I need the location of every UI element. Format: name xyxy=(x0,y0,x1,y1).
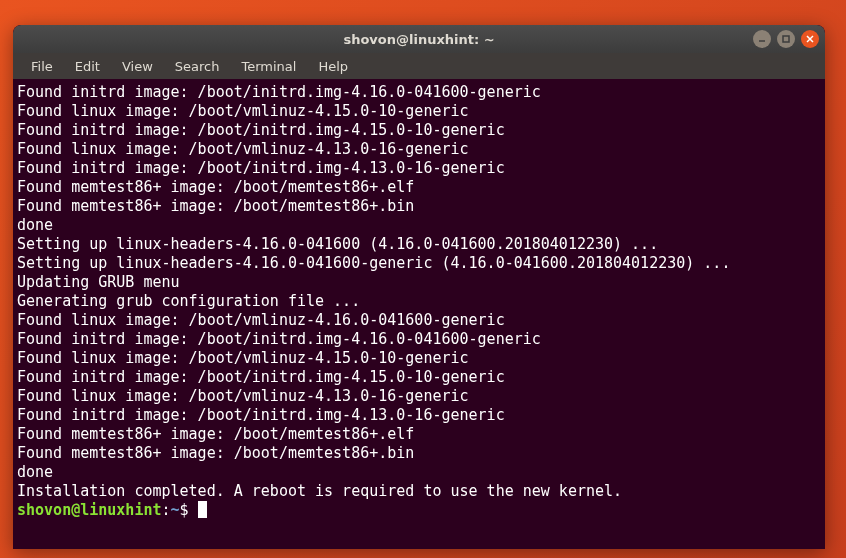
output-line: Setting up linux-headers-4.16.0-041600 (… xyxy=(17,235,821,254)
prompt-line: shovon@linuxhint:~$ xyxy=(17,501,821,520)
titlebar[interactable]: shovon@linuxhint: ~ xyxy=(13,25,825,53)
output-line: Found linux image: /boot/vmlinuz-4.13.0-… xyxy=(17,140,821,159)
output-line: Found initrd image: /boot/initrd.img-4.1… xyxy=(17,121,821,140)
terminal-window: shovon@linuxhint: ~ File Edit View Searc… xyxy=(13,25,825,549)
window-controls xyxy=(753,30,819,48)
output-line: Found initrd image: /boot/initrd.img-4.1… xyxy=(17,159,821,178)
output-line: Found memtest86+ image: /boot/memtest86+… xyxy=(17,197,821,216)
output-line: Found initrd image: /boot/initrd.img-4.1… xyxy=(17,330,821,349)
menu-terminal[interactable]: Terminal xyxy=(231,55,306,78)
close-button[interactable] xyxy=(801,30,819,48)
close-icon xyxy=(806,35,814,43)
output-line: Found initrd image: /boot/initrd.img-4.1… xyxy=(17,368,821,387)
output-line: Found initrd image: /boot/initrd.img-4.1… xyxy=(17,83,821,102)
prompt-path: ~ xyxy=(171,501,180,519)
output-line: Installation completed. A reboot is requ… xyxy=(17,482,821,501)
menu-edit[interactable]: Edit xyxy=(65,55,110,78)
menu-search[interactable]: Search xyxy=(165,55,230,78)
maximize-icon xyxy=(782,35,790,43)
output-line: Found linux image: /boot/vmlinuz-4.15.0-… xyxy=(17,102,821,121)
output-line: Found initrd image: /boot/initrd.img-4.1… xyxy=(17,406,821,425)
output-line: Found linux image: /boot/vmlinuz-4.13.0-… xyxy=(17,387,821,406)
output-line: Found memtest86+ image: /boot/memtest86+… xyxy=(17,444,821,463)
cursor xyxy=(198,501,207,518)
minimize-icon xyxy=(758,35,766,43)
prompt-colon: : xyxy=(162,501,171,519)
maximize-button[interactable] xyxy=(777,30,795,48)
output-line: Generating grub configuration file ... xyxy=(17,292,821,311)
prompt-user-host: shovon@linuxhint xyxy=(17,501,162,519)
menu-file[interactable]: File xyxy=(21,55,63,78)
output-line: done xyxy=(17,463,821,482)
window-title: shovon@linuxhint: ~ xyxy=(343,32,494,47)
menu-help[interactable]: Help xyxy=(308,55,358,78)
output-line: done xyxy=(17,216,821,235)
output-line: Found linux image: /boot/vmlinuz-4.15.0-… xyxy=(17,349,821,368)
terminal-body[interactable]: Found initrd image: /boot/initrd.img-4.1… xyxy=(13,79,825,549)
menu-view[interactable]: View xyxy=(112,55,163,78)
minimize-button[interactable] xyxy=(753,30,771,48)
menubar: File Edit View Search Terminal Help xyxy=(13,53,825,79)
output-line: Setting up linux-headers-4.16.0-041600-g… xyxy=(17,254,821,273)
svg-rect-1 xyxy=(783,36,789,42)
output-line: Updating GRUB menu xyxy=(17,273,821,292)
output-line: Found memtest86+ image: /boot/memtest86+… xyxy=(17,425,821,444)
prompt-dollar: $ xyxy=(180,501,198,519)
output-line: Found linux image: /boot/vmlinuz-4.16.0-… xyxy=(17,311,821,330)
output-line: Found memtest86+ image: /boot/memtest86+… xyxy=(17,178,821,197)
